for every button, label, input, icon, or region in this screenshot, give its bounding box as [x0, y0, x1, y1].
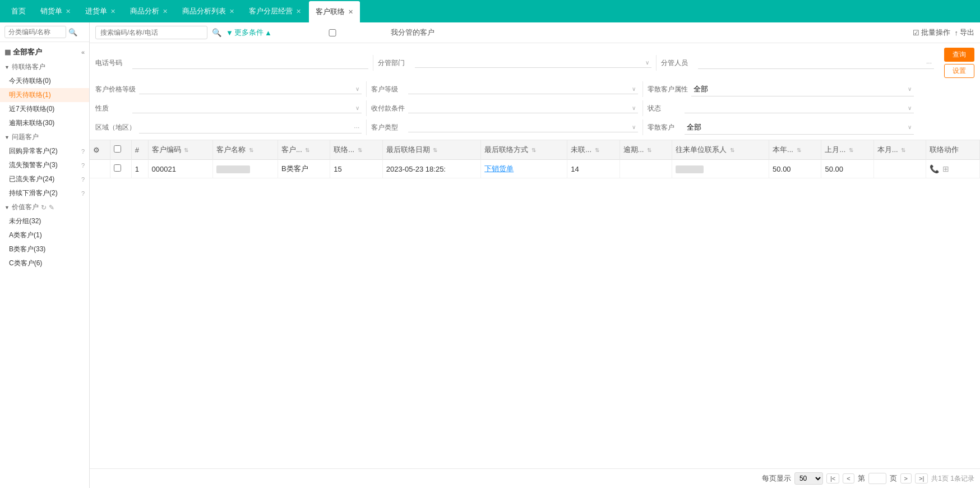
col-last-date[interactable]: 最后联络日期 ⇅ — [382, 140, 481, 160]
filter-customer-type-label: 客户类型 — [371, 123, 405, 132]
sort-person-icon: ⇅ — [730, 147, 734, 153]
dept-dropdown-arrow-icon: ∨ — [645, 59, 649, 66]
retail-customer-value: 全部 — [687, 122, 701, 132]
query-button[interactable]: 查询 — [944, 48, 974, 62]
cell-index: 1 — [131, 160, 148, 178]
nav-purchase-order[interactable]: 进货单 ✕ — [78, 0, 122, 22]
filter-nature-select[interactable]: ∨ — [132, 103, 362, 113]
cell-last-method[interactable]: 下销货单 — [481, 160, 567, 178]
my-customers-checkbox[interactable] — [276, 29, 389, 36]
filter-person-select[interactable]: ··· — [698, 57, 934, 69]
sidebar-item-7days-pending[interactable]: 近7天待联络(0) — [0, 102, 89, 116]
filter-dept-select[interactable]: ∨ — [415, 58, 651, 68]
my-customers-checkbox-label[interactable]: 我分管的客户 — [276, 27, 434, 38]
prev-page-button[interactable]: < — [843, 473, 854, 484]
filter-price-level-select[interactable]: ∨ — [139, 84, 362, 94]
main-layout: 🔍 ▦ 全部客户 « 待联络客户 今天待联络(0) 明天待联络(1) 近7天待联… — [0, 22, 980, 488]
nav-product-analysis-list[interactable]: 商品分析列表 ✕ — [175, 0, 241, 22]
sidebar-item-churned[interactable]: 已流失客户(24) ? — [0, 172, 89, 186]
first-page-button[interactable]: |< — [826, 473, 839, 484]
sidebar-item-ungrouped[interactable]: 未分组(32) — [0, 214, 89, 228]
sidebar-item-tomorrow-pending[interactable]: 明天待联络(1) — [0, 88, 89, 102]
sidebar-item-declining[interactable]: 持续下滑客户(2) ? — [0, 186, 89, 200]
help-icon-4: ? — [81, 190, 85, 197]
filter-retail-attr-select[interactable]: 全部 ∨ — [691, 82, 914, 96]
filter-status-label: 状态 — [648, 104, 681, 113]
page-number-input[interactable]: 1 — [868, 473, 886, 484]
nav-product-analysis[interactable]: 商品分析 ✕ — [123, 0, 174, 22]
col-contacts[interactable]: 联络... ⇅ — [330, 140, 382, 160]
refresh-icon[interactable]: ↻ — [41, 204, 47, 211]
close-product-analysis-icon[interactable]: ✕ — [163, 8, 168, 15]
sidebar-item-repurchase-abnormal[interactable]: 回购异常客户(2) ? — [0, 144, 89, 158]
close-purchase-order-icon[interactable]: ✕ — [110, 8, 115, 15]
top-navigation: 首页 销货单 ✕ 进货单 ✕ 商品分析 ✕ 商品分析列表 ✕ 客户分层经营 ✕ … — [0, 0, 980, 22]
filter-customer-level-select[interactable]: ∨ — [408, 84, 637, 94]
filter-status-select[interactable]: ∨ — [685, 103, 914, 113]
price-level-dropdown-icon: ∨ — [355, 86, 359, 92]
sidebar: 🔍 ▦ 全部客户 « 待联络客户 今天待联络(0) 明天待联络(1) 近7天待联… — [0, 22, 90, 488]
close-product-analysis-list-icon[interactable]: ✕ — [229, 8, 234, 15]
col-settings[interactable]: ⚙ — [90, 140, 110, 160]
close-sales-order-icon[interactable]: ✕ — [66, 8, 71, 15]
action-grid-icon[interactable]: ⊞ — [942, 164, 949, 173]
sort-contacts-icon: ⇅ — [358, 147, 362, 153]
all-customers-header[interactable]: ▦ 全部客户 « — [0, 44, 89, 60]
retail-customer-dropdown-icon: ∨ — [908, 124, 912, 130]
col-not-contacted[interactable]: 未联... ⇅ — [567, 140, 620, 160]
filter-phone-input[interactable] — [132, 57, 368, 69]
cell-not-contacted: 14 — [567, 160, 620, 178]
col-this-year[interactable]: 本年... ⇅ — [769, 140, 821, 160]
export-button[interactable]: ↑ 导出 — [955, 27, 975, 38]
nav-home[interactable]: 首页 — [4, 0, 33, 22]
more-conditions-button[interactable]: ▼ 更多条件 ▲ — [226, 27, 272, 38]
col-contact-person[interactable]: 往来单位联系人 ⇅ — [672, 140, 769, 160]
sidebar-item-class-c[interactable]: C类客户(6) — [0, 256, 89, 270]
col-checkbox[interactable] — [110, 140, 131, 160]
edit-value-icon[interactable]: ✎ — [49, 204, 54, 211]
filter-row-3: 性质 ∨ 收付款条件 ∨ 状态 ∨ — [95, 100, 974, 116]
search-button-icon[interactable]: 🔍 — [212, 28, 221, 37]
settings-button[interactable]: 设置 — [944, 64, 974, 78]
close-customer-contact-icon[interactable]: ✕ — [348, 8, 353, 16]
last-page-button[interactable]: >| — [915, 473, 928, 484]
filter-customer-level: 客户等级 ∨ — [371, 84, 637, 94]
sidebar-item-overdue-pending[interactable]: 逾期未联络(30) — [0, 116, 89, 130]
select-all-checkbox[interactable] — [114, 145, 121, 153]
chevron-up-icon: ▲ — [265, 29, 272, 37]
next-page-button[interactable]: > — [900, 473, 912, 484]
close-customer-tiering-icon[interactable]: ✕ — [296, 8, 301, 15]
last-method-link[interactable]: 下销货单 — [484, 164, 514, 173]
row-checkbox[interactable] — [114, 164, 121, 172]
sidebar-item-today-pending[interactable]: 今天待联络(0) — [0, 74, 89, 88]
cell-contacts: 15 — [330, 160, 382, 178]
batch-operation-button[interactable]: ☑ 批量操作 — [913, 27, 950, 38]
sidebar-item-class-a[interactable]: A类客户(1) — [0, 228, 89, 242]
col-last-method[interactable]: 最后联络方式 ⇅ — [481, 140, 567, 160]
filter-retail-customer-label: 零散客户 — [648, 123, 681, 132]
filter-customer-type-select[interactable]: ∨ — [408, 122, 637, 132]
filter-region-select[interactable]: ··· — [139, 122, 362, 133]
nav-sales-order[interactable]: 销货单 ✕ — [34, 0, 77, 22]
nav-customer-contact[interactable]: 客户联络 ✕ — [309, 1, 360, 22]
filter-person-label: 分管人员 — [661, 58, 695, 68]
filter-phone-label: 电话号码 — [95, 58, 129, 68]
sidebar-content: ▦ 全部客户 « 待联络客户 今天待联络(0) 明天待联络(1) 近7天待联络(… — [0, 42, 89, 488]
action-phone-icon[interactable]: 📞 — [930, 164, 939, 173]
sidebar-item-class-b[interactable]: B类客户(33) — [0, 242, 89, 256]
col-type[interactable]: 客户... ⇅ — [278, 140, 330, 160]
filter-payment-select[interactable]: ∨ — [408, 103, 637, 113]
search-input[interactable] — [95, 26, 207, 39]
sidebar-search-icon[interactable]: 🔍 — [68, 28, 77, 36]
col-name[interactable]: 客户名称 ⇅ — [213, 140, 278, 160]
sidebar-item-churn-warning[interactable]: 流失预警客户(3) ? — [0, 158, 89, 172]
col-overdue[interactable]: 逾期... ⇅ — [620, 140, 672, 160]
col-code[interactable]: 客户编码 ⇅ — [148, 140, 213, 160]
sidebar-search-input[interactable] — [4, 26, 66, 38]
filter-retail-customer-select[interactable]: 全部 ∨ — [685, 121, 914, 135]
nav-customer-tiering[interactable]: 客户分层经营 ✕ — [242, 0, 308, 22]
col-last-month[interactable]: 上月... ⇅ — [821, 140, 873, 160]
page-size-select[interactable]: 50 10 20 100 — [794, 472, 823, 485]
cell-checkbox[interactable] — [110, 160, 131, 178]
col-this-month[interactable]: 本月... ⇅ — [873, 140, 926, 160]
